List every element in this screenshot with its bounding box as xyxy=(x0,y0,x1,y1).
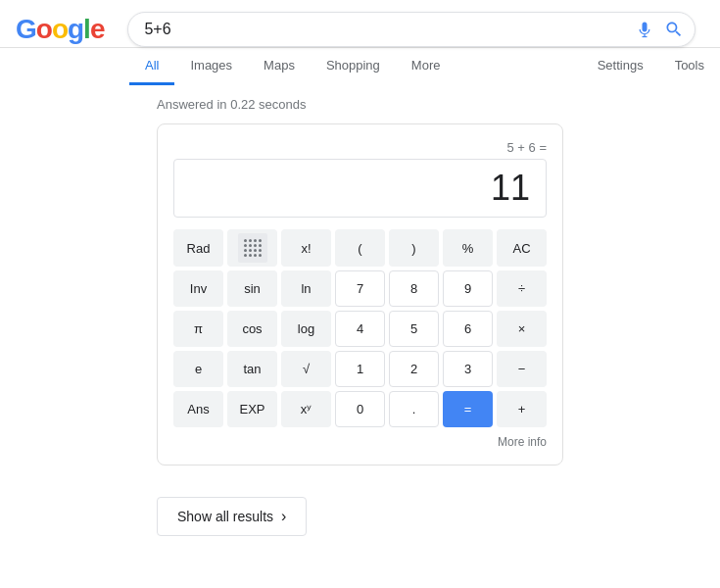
ln-btn[interactable]: ln xyxy=(281,270,331,307)
three-btn[interactable]: 3 xyxy=(443,351,493,387)
tab-settings[interactable]: Settings xyxy=(582,48,659,85)
grid-btn[interactable] xyxy=(227,229,277,267)
sqrt-btn[interactable]: √ xyxy=(281,351,331,387)
eight-btn[interactable]: 8 xyxy=(389,270,439,307)
log-btn[interactable]: log xyxy=(281,311,331,347)
calculator-card: 5 + 6 = 11 Rad x! ( ) % AC Inv sin ln 7 xyxy=(157,123,563,466)
main-content: Answered in 0.22 seconds 5 + 6 = 11 Rad … xyxy=(0,85,720,556)
nav-right: Settings Tools xyxy=(582,48,720,85)
tab-tools[interactable]: Tools xyxy=(659,48,720,85)
search-bar xyxy=(127,12,696,47)
tab-all[interactable]: All xyxy=(129,48,174,85)
grid-icon xyxy=(238,233,267,263)
factorial-btn[interactable]: x! xyxy=(281,229,331,267)
euler-btn[interactable]: e xyxy=(173,351,223,387)
show-results-button[interactable]: Show all results › xyxy=(157,497,307,536)
equals-btn[interactable]: = xyxy=(443,391,493,427)
more-info-link[interactable]: More info xyxy=(173,435,547,449)
search-icon xyxy=(664,20,684,39)
search-input[interactable] xyxy=(127,12,696,47)
close-paren-btn[interactable]: ) xyxy=(389,229,439,267)
one-btn[interactable]: 1 xyxy=(335,351,385,387)
nine-btn[interactable]: 9 xyxy=(443,270,493,307)
search-button[interactable] xyxy=(664,20,684,39)
show-results-label: Show all results xyxy=(177,509,273,524)
nav-tabs: All Images Maps Shopping More Settings T… xyxy=(0,48,720,85)
calculator-buttons: Rad x! ( ) % AC Inv sin ln 7 8 9 ÷ xyxy=(173,229,547,427)
ans-btn[interactable]: Ans xyxy=(173,391,223,427)
calc-expression: 5 + 6 = xyxy=(173,140,547,155)
tab-maps[interactable]: Maps xyxy=(248,48,311,85)
answered-text: Answered in 0.22 seconds xyxy=(157,97,563,112)
power-btn[interactable]: xʸ xyxy=(281,391,331,427)
google-logo: Google xyxy=(16,14,104,45)
header: Google xyxy=(0,0,720,48)
tab-more[interactable]: More xyxy=(396,48,456,85)
tab-shopping[interactable]: Shopping xyxy=(311,48,396,85)
pi-btn[interactable]: π xyxy=(173,311,223,347)
clear-btn[interactable]: AC xyxy=(497,229,547,267)
multiply-btn[interactable]: × xyxy=(497,311,547,347)
four-btn[interactable]: 4 xyxy=(335,311,385,347)
cos-btn[interactable]: cos xyxy=(227,311,277,347)
mic-button[interactable] xyxy=(635,20,654,39)
tan-btn[interactable]: tan xyxy=(227,351,277,387)
five-btn[interactable]: 5 xyxy=(389,311,439,347)
add-btn[interactable]: + xyxy=(497,391,547,427)
rad-btn[interactable]: Rad xyxy=(173,229,223,267)
exp-btn[interactable]: EXP xyxy=(227,391,277,427)
six-btn[interactable]: 6 xyxy=(443,311,493,347)
inv-btn[interactable]: Inv xyxy=(173,270,223,307)
divide-btn[interactable]: ÷ xyxy=(497,270,547,307)
sin-btn[interactable]: sin xyxy=(227,270,277,307)
two-btn[interactable]: 2 xyxy=(389,351,439,387)
tab-images[interactable]: Images xyxy=(174,48,248,85)
zero-btn[interactable]: 0 xyxy=(335,391,385,427)
search-icons xyxy=(635,20,684,39)
calc-display: 11 xyxy=(173,159,547,218)
chevron-right-icon: › xyxy=(281,508,286,525)
open-paren-btn[interactable]: ( xyxy=(335,229,385,267)
percent-btn[interactable]: % xyxy=(443,229,493,267)
subtract-btn[interactable]: − xyxy=(497,351,547,387)
mic-icon xyxy=(635,20,654,39)
seven-btn[interactable]: 7 xyxy=(335,270,385,307)
decimal-btn[interactable]: . xyxy=(389,391,439,427)
